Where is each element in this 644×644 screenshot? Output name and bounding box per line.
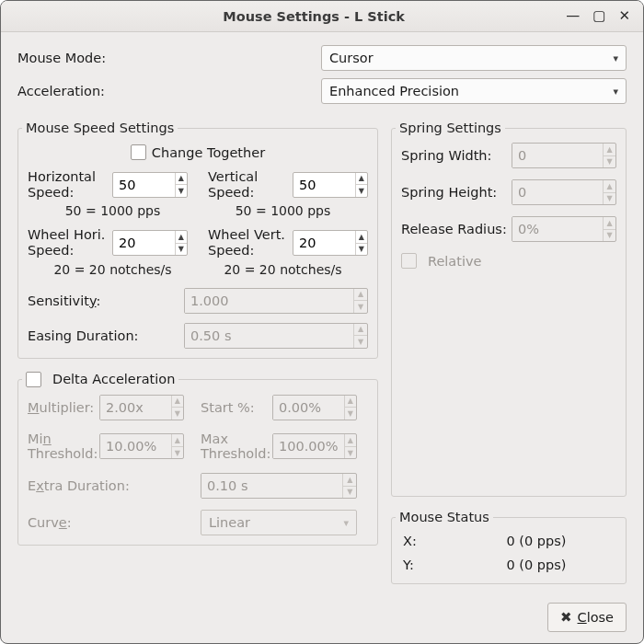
arrow-down-icon: ▼ — [354, 301, 367, 313]
h-speed-label: HorizontalSpeed: — [28, 169, 112, 200]
arrow-up-icon[interactable]: ▲ — [176, 173, 187, 186]
mouse-status-legend: Mouse Status — [396, 510, 493, 524]
delta-accel-group: Delta Acceleration Multiplier: ▲▼ Start … — [17, 372, 378, 546]
mouse-mode-value: Cursor — [329, 51, 374, 65]
chevron-down-icon: ▾ — [613, 86, 618, 98]
arrow-up-icon: ▲ — [354, 324, 367, 337]
wheel-h-label: Wheel Hori.Speed: — [28, 227, 112, 258]
content: Mouse Mode: Cursor ▾ Acceleration: Enhan… — [1, 32, 643, 643]
curve-label: Curve: — [28, 515, 201, 530]
minth-label: MinThreshold: — [28, 431, 99, 462]
arrow-up-icon: ▲ — [354, 289, 367, 302]
delta-accel-legend: Delta Acceleration — [52, 372, 175, 386]
h-speed-hint: 50 = 1000 pps — [28, 203, 198, 218]
spring-group: Spring Settings Spring Width: ▲▼ Spring … — [391, 121, 627, 497]
wheel-v-hint: 20 = 20 notches/s — [198, 262, 368, 277]
release-label: Release Radius: — [401, 222, 512, 236]
status-x-value: 0 (0 pps) — [458, 534, 615, 548]
close-icon[interactable]: ✕ — [618, 9, 630, 23]
arrow-down-icon[interactable]: ▼ — [356, 244, 367, 256]
extra-input: ▲▼ — [201, 473, 357, 499]
arrow-up-icon[interactable]: ▲ — [176, 231, 187, 244]
acceleration-label: Acceleration: — [17, 84, 321, 98]
delta-accel-checkbox[interactable] — [26, 372, 41, 387]
maxth-label: MaxThreshold: — [201, 431, 272, 462]
window: Mouse Settings - L Stick — ▢ ✕ Mouse Mod… — [0, 0, 644, 644]
maximize-icon[interactable]: ▢ — [592, 9, 605, 23]
maxth-input: ▲▼ — [272, 433, 357, 459]
acceleration-select[interactable]: Enhanced Precision ▾ — [321, 78, 627, 104]
status-y-label: Y: — [403, 558, 458, 572]
arrow-up-icon[interactable]: ▲ — [356, 173, 367, 186]
arrow-down-icon: ▼ — [354, 336, 367, 348]
minth-input: ▲▼ — [99, 433, 184, 459]
mouse-speed-group: Mouse Speed Settings Change Together Hor… — [17, 121, 378, 359]
sensitivity-label: Sensitivity: — [28, 293, 184, 308]
v-speed-input[interactable]: ▲▼ — [293, 172, 368, 198]
startpct-input: ▲▼ — [272, 395, 357, 420]
arrow-down-icon[interactable]: ▼ — [176, 185, 187, 197]
wheel-h-hint: 20 = 20 notches/s — [28, 262, 198, 277]
spring-height-label: Spring Height: — [401, 185, 512, 200]
h-speed-input[interactable]: ▲▼ — [112, 172, 188, 198]
sensitivity-input[interactable]: ▲▼ — [184, 288, 368, 314]
multiplier-input: ▲▼ — [99, 395, 184, 420]
multiplier-label: Multiplier: — [28, 400, 99, 415]
close-button[interactable]: ✖ Close — [547, 603, 627, 632]
close-button-label: Close — [578, 610, 615, 625]
mouse-speed-legend: Mouse Speed Settings — [22, 121, 178, 135]
wheel-v-label: Wheel Vert.Speed: — [208, 227, 293, 258]
curve-value: Linear — [209, 515, 250, 530]
status-y-value: 0 (0 pps) — [458, 558, 615, 572]
close-x-icon: ✖ — [560, 609, 572, 626]
wheel-h-input[interactable]: ▲▼ — [112, 230, 188, 256]
spring-width-input: ▲▼ — [512, 143, 616, 168]
startpct-label: Start %: — [201, 400, 272, 415]
spring-width-label: Spring Width: — [401, 148, 512, 163]
mouse-status-group: Mouse Status X: 0 (0 pps) Y: 0 (0 pps) — [391, 510, 627, 584]
relative-label: Relative — [428, 254, 481, 269]
v-speed-hint: 50 = 1000 pps — [198, 203, 368, 218]
release-input: ▲▼ — [512, 216, 616, 242]
arrow-down-icon[interactable]: ▼ — [356, 185, 367, 197]
arrow-down-icon[interactable]: ▼ — [176, 244, 187, 256]
relative-checkbox — [401, 253, 417, 269]
spring-legend: Spring Settings — [396, 121, 505, 135]
window-title: Mouse Settings - L Stick — [67, 9, 560, 24]
easing-label: Easing Duration: — [28, 328, 184, 343]
arrow-up-icon[interactable]: ▲ — [356, 231, 367, 244]
minimize-icon[interactable]: — — [566, 9, 580, 23]
mouse-mode-select[interactable]: Cursor ▾ — [321, 45, 627, 71]
wheel-v-input[interactable]: ▲▼ — [293, 230, 368, 256]
mouse-mode-label: Mouse Mode: — [17, 51, 321, 65]
easing-input[interactable]: ▲▼ — [184, 323, 368, 349]
chevron-down-icon: ▾ — [613, 52, 618, 64]
spring-height-input: ▲▼ — [512, 179, 616, 205]
status-x-label: X: — [403, 534, 458, 548]
acceleration-value: Enhanced Precision — [329, 84, 459, 98]
change-together-label: Change Together — [152, 145, 265, 160]
chevron-down-icon: ▾ — [343, 517, 349, 529]
extra-label: Extra Duration: — [28, 478, 201, 493]
change-together-checkbox[interactable] — [131, 144, 146, 160]
titlebar: Mouse Settings - L Stick — ▢ ✕ — [1, 1, 643, 32]
v-speed-label: VerticalSpeed: — [208, 169, 293, 200]
curve-select: Linear ▾ — [201, 510, 357, 535]
